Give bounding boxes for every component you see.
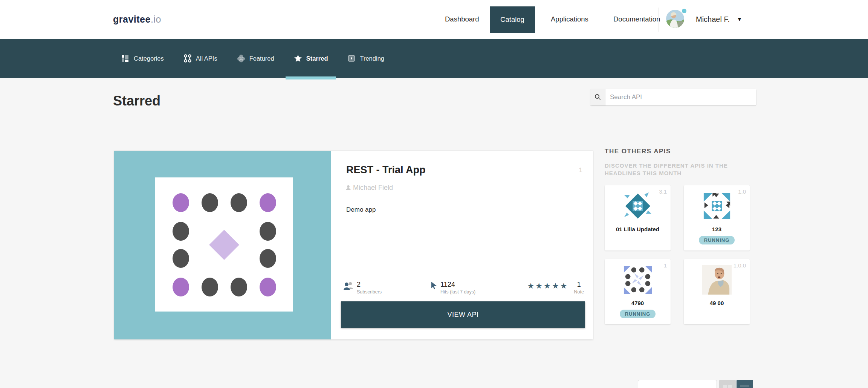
app-header: gravitee.io Dashboard Catalog Applicatio… bbox=[0, 0, 868, 39]
search-input[interactable] bbox=[605, 89, 756, 105]
search-icon-cell bbox=[590, 89, 605, 105]
status-badge: RUNNING bbox=[620, 310, 656, 318]
api-version: 1 bbox=[579, 167, 582, 174]
subscribers-label: Subscribers bbox=[357, 289, 382, 295]
subscribers-icon bbox=[343, 281, 354, 291]
featured-flower-icon bbox=[237, 54, 245, 63]
header-divider bbox=[659, 8, 659, 32]
stat-hits: 1124 Hits (last 7 days) bbox=[430, 281, 475, 295]
sidebar-subtitle: DISCOVER THE DIFFERENT APIS IN THE HEADL… bbox=[605, 162, 755, 177]
person-icon bbox=[345, 185, 351, 191]
quilt-icon bbox=[702, 191, 732, 221]
avatar-photo bbox=[666, 10, 684, 28]
featured-api-card: REST - Trial App 1 Michael Field Demo ap… bbox=[114, 151, 593, 339]
user-name[interactable]: Michael F. bbox=[696, 15, 730, 24]
sidebar-api-card[interactable]: 1.0 bbox=[684, 185, 750, 251]
tab-categories[interactable]: Categories bbox=[113, 39, 172, 78]
subscribers-value: 2 bbox=[357, 281, 382, 289]
grid-view-toggle-button[interactable] bbox=[719, 380, 736, 388]
filter-results-dropdown[interactable]: Filter the results... ▼ bbox=[638, 380, 717, 388]
categories-icon bbox=[121, 54, 130, 63]
catalog-tabs: Categories All APIs bbox=[113, 39, 393, 78]
api-owner: Michael Field bbox=[345, 184, 393, 192]
api-title: REST - Trial App bbox=[346, 164, 426, 176]
sidebar-api-grid: 3.1 01 Lilia Updated 1.0 bbox=[605, 185, 750, 324]
sidebar-api-card[interactable]: 1 bbox=[605, 259, 671, 324]
tab-label: Categories bbox=[134, 55, 164, 62]
api-owner-name: Michael Field bbox=[353, 184, 393, 192]
nav-catalog[interactable]: Catalog bbox=[490, 6, 535, 33]
tab-label: All APIs bbox=[196, 55, 217, 62]
api-name: 123 bbox=[684, 226, 750, 232]
star-icon bbox=[294, 54, 302, 63]
api-version: 1.0.0 bbox=[734, 262, 746, 269]
chevron-down-icon: ▼ bbox=[708, 383, 712, 388]
pinwheel-diamond-icon bbox=[623, 191, 653, 221]
dots-ring-icon bbox=[623, 265, 653, 295]
user-avatar[interactable] bbox=[666, 10, 684, 28]
tab-starred[interactable]: Starred bbox=[286, 39, 336, 78]
list-view-toggle-button[interactable] bbox=[737, 380, 753, 388]
tab-all-apis[interactable]: All APIs bbox=[175, 39, 226, 78]
page: gravitee.io Dashboard Catalog Applicatio… bbox=[0, 0, 868, 388]
logo-tld-text: .io bbox=[151, 14, 161, 24]
api-version: 3.1 bbox=[659, 188, 667, 195]
gravitee-logo[interactable]: gravitee.io bbox=[113, 14, 161, 25]
search-icon bbox=[594, 94, 601, 101]
logo-text: gravitee bbox=[113, 14, 151, 24]
filter-placeholder: Filter the results... bbox=[643, 382, 708, 388]
list-view-icon bbox=[740, 385, 749, 388]
owner-photo bbox=[702, 265, 732, 295]
page-title: Starred bbox=[113, 93, 160, 109]
api-card-body: REST - Trial App 1 Michael Field Demo ap… bbox=[331, 151, 593, 339]
api-name: 4790 bbox=[605, 300, 671, 306]
nav-documentation[interactable]: Documentation bbox=[613, 15, 660, 23]
chevron-down-icon[interactable]: ▼ bbox=[737, 16, 742, 22]
grid-view-icon bbox=[723, 385, 732, 388]
tab-label: Featured bbox=[249, 55, 274, 62]
api-description: Demo app bbox=[346, 206, 376, 214]
stat-subscribers: 2 Subscribers bbox=[343, 281, 382, 295]
sidebar-api-card[interactable]: 3.1 01 Lilia Updated bbox=[605, 185, 671, 251]
tab-trending[interactable]: Trending bbox=[339, 39, 393, 78]
sidebar-title: THE OTHERS APIS bbox=[605, 148, 671, 155]
sidebar-api-card[interactable]: 1.0.0 49 00 bbox=[684, 259, 750, 324]
view-api-button[interactable]: VIEW API bbox=[341, 301, 585, 328]
api-version: 1.0 bbox=[738, 188, 746, 195]
api-name: 49 00 bbox=[684, 300, 750, 306]
api-name: 01 Lilia Updated bbox=[605, 226, 671, 232]
tab-featured[interactable]: Featured bbox=[229, 39, 283, 78]
online-status-dot bbox=[682, 9, 686, 13]
all-apis-icon bbox=[183, 54, 192, 63]
cursor-icon bbox=[430, 281, 438, 291]
hits-value: 1124 bbox=[440, 281, 475, 289]
api-cover-image bbox=[114, 151, 331, 339]
trending-icon bbox=[347, 54, 356, 63]
tab-label: Starred bbox=[306, 55, 328, 62]
api-version: 1 bbox=[664, 262, 667, 269]
nav-applications[interactable]: Applications bbox=[551, 15, 588, 23]
tab-label: Trending bbox=[360, 55, 384, 62]
nav-dashboard[interactable]: Dashboard bbox=[445, 15, 479, 23]
rating-stars[interactable]: ★★★★★ bbox=[527, 281, 568, 290]
catalog-tabbar: Categories All APIs bbox=[0, 39, 868, 78]
search-box bbox=[590, 89, 756, 105]
hits-label: Hits (last 7 days) bbox=[440, 289, 475, 295]
status-badge: RUNNING bbox=[699, 236, 735, 244]
stat-rating: ★★★★★ 1 Note bbox=[527, 281, 584, 295]
rating-value: 1 bbox=[574, 281, 584, 289]
api-icon-wrap bbox=[605, 259, 671, 295]
rating-label: Note bbox=[574, 289, 584, 295]
